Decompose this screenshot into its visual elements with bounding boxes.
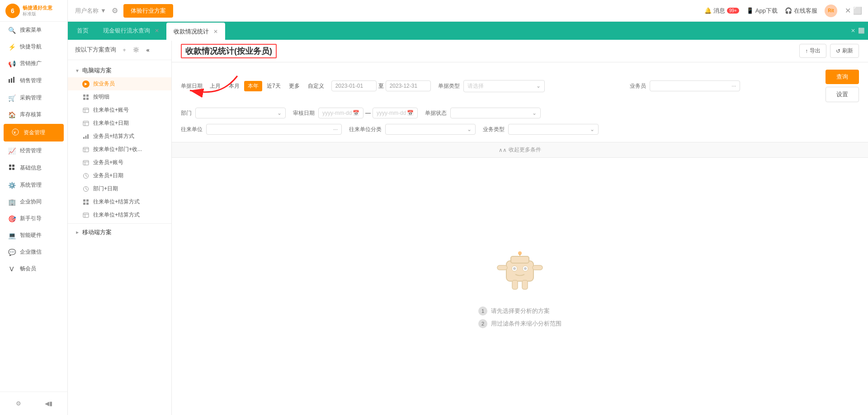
sidebar-item-inventory[interactable]: 🏠 库存核算 [0, 106, 67, 123]
scheme-settings-btn[interactable] [132, 45, 141, 54]
scheme-collapse-btn[interactable]: « [143, 45, 152, 54]
doctype-select[interactable]: 请选择 ⌄ [463, 80, 545, 92]
dept-arrow-icon: ⌄ [277, 110, 282, 116]
empty-illustration [493, 245, 547, 299]
salesperson-label: 业务员 [630, 82, 646, 90]
tree-item-unit-dept[interactable]: 按来单位+部门+收... [68, 143, 171, 156]
svg-rect-13 [86, 98, 89, 100]
review-to-input[interactable]: yyyy-mm-dd 📅 [373, 108, 418, 118]
collapse-bar[interactable]: ∧∧ 收起更多条件 [172, 142, 868, 158]
sidebar-item-sales[interactable]: 销售管理 [0, 72, 67, 90]
filter-row-1: 单据日期 上月 本月 本年 近7天 更多 自定义 至 [181, 70, 859, 102]
close-btn[interactable]: ✕ [844, 8, 851, 14]
tree-item-unit-settlement2[interactable]: 往来单位+结算方式 [68, 208, 171, 222]
svg-rect-33 [83, 203, 85, 205]
svg-rect-34 [86, 203, 89, 205]
sidebar-item-system[interactable]: ⚙️ 系统管理 [0, 177, 67, 193]
sidebar-settings-btn[interactable]: ⚙ [5, 397, 32, 410]
salesperson-dots-icon: ··· [731, 83, 736, 89]
tab-receipt[interactable]: 收款情况统计 ✕ [166, 23, 225, 41]
salesperson-select[interactable]: ··· [650, 80, 740, 91]
scheme-add-btn[interactable]: + [120, 45, 129, 54]
sidebar-item-operations[interactable]: 📈 经营管理 [0, 142, 67, 159]
receipt-tab-close[interactable]: ✕ [213, 28, 218, 35]
app-download-item[interactable]: 📱 App下载 [746, 7, 778, 15]
query-btn[interactable]: 查询 [826, 70, 859, 84]
section-divider [68, 223, 171, 224]
tree-desktop-header[interactable]: ▼ 电脑端方案 [68, 64, 171, 77]
sidebar-collapse-btn[interactable]: ◀▮ [36, 397, 62, 410]
tree-item-sales-settlement[interactable]: 业务员+结算方式 [68, 130, 171, 143]
maximize-btn[interactable]: ⬜ [854, 8, 861, 14]
date-tab-this-year[interactable]: 本年 [244, 81, 262, 91]
salesperson-icon: ▶ [82, 80, 90, 88]
tab-close-all[interactable]: ✕ [850, 28, 856, 34]
sidebar-item-wechat[interactable]: 💬 企业微信 [0, 244, 67, 260]
sidebar-item-member[interactable]: Ⅴ 畅会员 [0, 260, 67, 277]
sidebar-item-enterprise[interactable]: 🏢 企业协同 [0, 193, 67, 210]
empty-hints: 1 请先选择要分析的方案 2 用过滤条件来缩小分析范围 [478, 307, 561, 328]
collapse-btn[interactable]: ∧∧ 收起更多条件 [499, 146, 541, 154]
sidebar-item-finance[interactable]: ¥ 资金管理 [4, 124, 64, 141]
tree-item-sales-account[interactable]: 业务员+账号 [68, 156, 171, 169]
settings-btn[interactable]: 设置 [826, 87, 859, 102]
tab-home[interactable]: 首页 [68, 22, 96, 40]
date-tab-custom[interactable]: 自定义 [304, 81, 328, 91]
user-dropdown[interactable]: 用户名称 ▼ [75, 7, 106, 15]
sidebar-item-basicinfo[interactable]: 基础信息 [0, 159, 67, 177]
trial-btn[interactable]: 体验行业方案 [123, 4, 173, 18]
review-date-dash: — [365, 110, 371, 116]
svg-point-9 [135, 49, 137, 51]
bell-icon: 🔔 [704, 7, 712, 14]
date-tab-this-month[interactable]: 本月 [225, 81, 243, 91]
user-name-item[interactable]: Rit [825, 5, 837, 17]
sales-settlement-icon [82, 133, 90, 140]
refresh-btn[interactable]: ↺ 刷新 [830, 44, 859, 58]
doc-status-arrow-icon: ⌄ [532, 110, 537, 116]
unit-dots-icon: ··· [333, 126, 338, 132]
tree-item-unit-settlement1[interactable]: 往来单位+结算方式 [68, 195, 171, 208]
unit-select[interactable]: ··· [206, 124, 342, 135]
tree-item-by-detail[interactable]: 按明细 [68, 90, 171, 104]
tree-item-by-salesperson[interactable]: ▶ 按业务员 [68, 77, 171, 90]
page-title-area: 收款情况统计(按业务员) [181, 44, 277, 58]
export-btn[interactable]: ↑ 导出 [799, 44, 826, 58]
tree-item-sales-date[interactable]: 业务员+日期 [68, 169, 171, 182]
biz-type-select[interactable]: ⌄ [508, 124, 599, 135]
date-tab-more[interactable]: 更多 [285, 81, 303, 91]
date-to-input[interactable] [386, 80, 431, 91]
date-tab-last7[interactable]: 近7天 [263, 81, 284, 91]
tree-item-unit-date[interactable]: 往来单位+日期 [68, 117, 171, 130]
export-icon: ↑ [805, 48, 808, 54]
operations-icon: 📈 [7, 147, 16, 155]
doc-status-select[interactable]: ⌄ [450, 108, 541, 118]
tab-bank[interactable]: 现金银行流水查询 ✕ [96, 22, 166, 40]
logo-icon: 6 [5, 4, 20, 18]
svg-rect-7 [9, 168, 11, 170]
sidebar-item-hardware[interactable]: 💻 智能硬件 [0, 227, 67, 244]
svg-rect-47 [533, 265, 542, 270]
date-range: 至 [331, 80, 431, 91]
header-settings-icon[interactable]: ⚙ [112, 6, 118, 15]
sidebar-item-quicknav[interactable]: ⚡ 快捷导航 [0, 38, 67, 55]
tree-item-dept-date[interactable]: 部门+日期 [68, 182, 171, 195]
online-service-item[interactable]: 🎧 在线客服 [785, 7, 817, 15]
sidebar-item-guide[interactable]: 🎯 新手引导 [0, 210, 67, 227]
svg-rect-5 [9, 165, 11, 167]
tree-section-mobile: ▼ 移动端方案 [68, 226, 171, 239]
sidebar-item-marketing[interactable]: 📢 营销推广 [0, 55, 67, 72]
biz-type-arrow-icon: ⌄ [590, 126, 594, 132]
messages-item[interactable]: 🔔 消息 99+ [704, 7, 739, 15]
bank-tab-close[interactable]: ✕ [155, 28, 159, 34]
date-tab-last-month[interactable]: 上月 [206, 81, 224, 91]
date-from-input[interactable] [331, 80, 377, 91]
sidebar-item-purchase[interactable]: 🛒 采购管理 [0, 90, 67, 106]
unit-category-arrow-icon: ⌄ [467, 126, 472, 132]
unit-category-select[interactable]: ⌄ [385, 124, 476, 135]
tab-maximize[interactable]: ⬜ [858, 28, 864, 34]
review-from-input[interactable]: yyyy-mm-dd 📅 [318, 108, 363, 118]
tree-mobile-header[interactable]: ▼ 移动端方案 [68, 226, 171, 239]
dept-select[interactable]: ⌄ [195, 108, 286, 118]
tree-item-unit-account[interactable]: 往来单位+账号 [68, 104, 171, 117]
sidebar-item-search[interactable]: 🔍 搜索菜单 [0, 22, 67, 38]
